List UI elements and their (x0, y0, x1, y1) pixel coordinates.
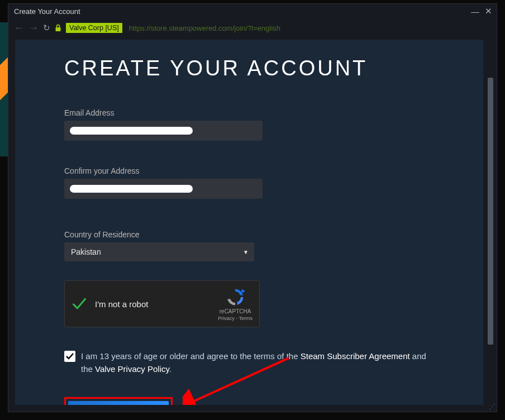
captcha-links[interactable]: Privacy - Terms (218, 316, 252, 321)
country-group: Country of Residence Pakistan ▼ (64, 230, 434, 261)
agreement-suffix: . (169, 364, 171, 374)
redacted-email (70, 127, 193, 135)
scrollbar-thumb[interactable] (488, 78, 493, 345)
captcha-left: I'm not a robot (72, 296, 148, 312)
confirm-email-group: Confirm your Address (64, 166, 434, 199)
reload-button[interactable]: ↻ (43, 23, 50, 33)
continue-button[interactable]: Continue (68, 401, 169, 405)
country-label: Country of Residence (64, 230, 434, 239)
titlebar: Create Your Account — ✕ (8, 4, 497, 18)
minimize-button[interactable]: — (471, 7, 479, 16)
continue-highlight: Continue (64, 397, 173, 405)
browser-navbar: ← → ↻ Valve Corp [US] https://store.stea… (8, 18, 497, 37)
lock-icon (55, 24, 61, 32)
agreement-prefix: I am 13 years of age or older and agree … (81, 351, 301, 361)
country-select[interactable]: Pakistan (64, 242, 254, 261)
page-title: CREATE YOUR ACCOUNT (64, 56, 434, 80)
content-area: CREATE YOUR ACCOUNT Email Address Confir… (15, 40, 483, 405)
window-title: Create Your Account (13, 7, 471, 16)
captcha-checkmark-icon (72, 296, 87, 312)
captcha-brand: reCAPTCHA (220, 308, 251, 314)
app-window: Create Your Account — ✕ ← → ↻ Valve Corp… (8, 3, 497, 412)
redacted-confirm (70, 185, 193, 193)
back-button[interactable]: ← (14, 22, 24, 34)
window-controls: — ✕ (471, 6, 492, 16)
recaptcha-widget[interactable]: I'm not a robot reCAPTCHA Privacy - Term… (64, 280, 260, 327)
confirm-email-label: Confirm your Address (64, 166, 434, 175)
svg-marker-1 (242, 289, 245, 293)
checkmark-icon (65, 352, 74, 361)
address-bar-url[interactable]: https://store.steampowered.com/join/?l=e… (129, 24, 280, 32)
cert-badge: Valve Corp [US] (66, 23, 122, 33)
agreement-row: I am 13 years of age or older and agree … (64, 350, 434, 376)
captcha-branding: reCAPTCHA Privacy - Terms (218, 287, 252, 321)
recaptcha-icon (225, 287, 245, 307)
email-group: Email Address (64, 108, 434, 141)
privacy-policy-link[interactable]: Valve Privacy Policy (95, 364, 169, 374)
side-decoration (0, 22, 8, 156)
subscriber-agreement-link[interactable]: Steam Subscriber Agreement (301, 351, 410, 361)
resize-grip[interactable]: ⋰ (489, 403, 496, 411)
close-button[interactable]: ✕ (485, 6, 492, 16)
agreement-text: I am 13 years of age or older and agree … (81, 350, 434, 376)
svg-rect-0 (56, 27, 61, 31)
email-label: Email Address (64, 108, 434, 117)
page: CREATE YOUR ACCOUNT Email Address Confir… (15, 40, 483, 405)
forward-button[interactable]: → (28, 22, 39, 34)
scrollbar[interactable] (488, 40, 493, 413)
captcha-label: I'm not a robot (95, 299, 148, 309)
agreement-checkbox[interactable] (64, 351, 75, 362)
